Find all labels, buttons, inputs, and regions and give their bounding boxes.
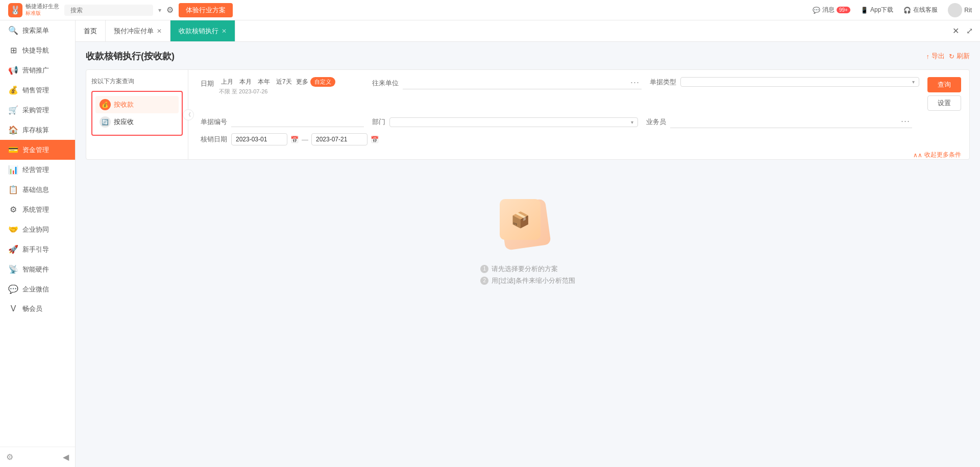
- collapse-more-button[interactable]: ∧∧ 收起更多条件: [913, 151, 961, 159]
- sidebar-item-business[interactable]: 📊 经营管理: [0, 160, 75, 180]
- date-quick-buttons: 上月 本月 本年 近7天 更多 自定义: [219, 77, 335, 87]
- content-area: 首页 预付冲应付单 ✕ 收款核销执行 ✕ ✕ ⤢ 收款核销执行(按收款): [76, 20, 980, 467]
- billno-text-input[interactable]: [231, 117, 364, 127]
- brand-version: 标准版: [26, 10, 59, 17]
- sidebar-item-enterprise[interactable]: 🤝 企业协同: [0, 219, 75, 239]
- hint-text-1: 请先选择要分析的方案: [492, 263, 558, 275]
- inventory-icon: 🏠: [8, 125, 18, 135]
- sidebar-item-search-menu[interactable]: 🔍 搜索菜单: [0, 20, 75, 40]
- staff-input[interactable]: ···: [670, 116, 912, 128]
- export-icon: ↑: [926, 53, 930, 60]
- refresh-button[interactable]: ↻ 刷新: [949, 52, 970, 61]
- filter-collapse-button[interactable]: 《: [183, 109, 194, 120]
- hekodate-end[interactable]: [311, 133, 368, 145]
- service-button[interactable]: 🎧 在线客服: [903, 6, 938, 14]
- filter-row-2: 单据编号 部门 ▾: [201, 116, 961, 128]
- sidebar-label-guide: 新手引导: [22, 245, 49, 254]
- hekodate-cal-end[interactable]: 📅: [371, 136, 379, 143]
- date-last-7[interactable]: 近7天: [274, 77, 294, 87]
- receipt-option-icon: 💰: [100, 99, 111, 110]
- sales-icon: 💰: [8, 85, 18, 95]
- filter-option-receipt[interactable]: 💰 按收款: [95, 96, 179, 113]
- refresh-label: 刷新: [957, 52, 970, 61]
- date-prev-month[interactable]: 上月: [219, 77, 235, 87]
- billno-input[interactable]: [231, 117, 364, 127]
- hint-num-2: 2: [480, 277, 488, 285]
- date-this-month[interactable]: 本月: [237, 77, 254, 87]
- hekodate-start[interactable]: [231, 133, 287, 145]
- sidebar-item-quick-nav[interactable]: ⊞ 快捷导航: [0, 40, 75, 60]
- sidebar-item-purchase[interactable]: 🛒 采购管理: [0, 100, 75, 120]
- tab-prepay[interactable]: 预付冲应付单 ✕: [106, 20, 170, 41]
- message-button[interactable]: 💬 消息 99+: [813, 6, 850, 14]
- tab-receipt-close[interactable]: ✕: [222, 28, 227, 35]
- empty-state: 📦 1 请先选择要分析的方案 2 用[过滤]条件来缩小分析范围: [86, 166, 970, 302]
- sidebar-label-marketing: 营销推广: [22, 66, 49, 75]
- top-bar: 🐰 畅捷通好生意 标准版 ▾ ⚙ 体验行业方案 💬 消息 99+ 📱 App下载…: [0, 0, 980, 20]
- brand-name: 畅捷通好生意: [26, 3, 59, 10]
- finance-icon: 💳: [8, 145, 18, 155]
- top-bar-right: 💬 消息 99+ 📱 App下载 🎧 在线客服 Rit: [813, 3, 972, 17]
- filter-staff-field: 业务员 ···: [646, 116, 912, 128]
- date-unlimited: 不限 至 2023-07-26: [219, 88, 335, 95]
- search-chevron-icon[interactable]: ▾: [158, 7, 161, 14]
- sidebar-item-basic[interactable]: 📋 基础信息: [0, 180, 75, 200]
- industry-button[interactable]: 体验行业方案: [179, 3, 233, 17]
- sidebar-settings-icon[interactable]: ⚙: [6, 452, 13, 462]
- brand-icon: 🐰: [8, 3, 22, 17]
- refresh-icon: ↻: [949, 53, 954, 60]
- tab-receipt[interactable]: 收款核销执行 ✕: [170, 20, 235, 41]
- window-close-button[interactable]: ✕: [950, 24, 961, 38]
- filter-scheme-title: 按以下方案查询: [91, 77, 183, 86]
- sidebar-item-marketing[interactable]: 📢 营销推广: [0, 60, 75, 80]
- partner-input[interactable]: ···: [403, 77, 642, 89]
- sidebar-collapse-icon[interactable]: ◀: [63, 452, 69, 462]
- billtype-select[interactable]: ▾: [680, 77, 919, 87]
- sidebar-item-sales[interactable]: 💰 销售管理: [0, 80, 75, 100]
- filter-option-receivable[interactable]: 🔄 按应收: [95, 113, 179, 131]
- date-custom[interactable]: 自定义: [310, 77, 335, 87]
- window-expand-button[interactable]: ⤢: [964, 24, 975, 38]
- filter-row-1: 日期 上月 本月 本年 近7天 更多 自定义 不限 至: [201, 77, 961, 111]
- sidebar-item-hardware[interactable]: 📡 智能硬件: [0, 259, 75, 279]
- sidebar-label-member: 畅会员: [22, 304, 42, 313]
- receipt-option-label: 按收款: [114, 100, 134, 109]
- billtype-chevron: ▾: [912, 79, 915, 85]
- tab-prepay-close[interactable]: ✕: [157, 28, 162, 35]
- empty-hint-2: 2 用[过滤]条件来缩小分析范围: [480, 275, 575, 286]
- hint-num-1: 1: [480, 265, 488, 273]
- sidebar-bottom: ⚙ ◀: [0, 447, 75, 467]
- empty-box-front: 📦: [500, 199, 541, 240]
- export-button[interactable]: ↑ 导出: [926, 52, 945, 61]
- date-more-btn[interactable]: 更多: [296, 78, 308, 86]
- system-icon: ⚙: [8, 205, 18, 214]
- tab-home[interactable]: 首页: [76, 20, 106, 41]
- sidebar-label-finance: 资金管理: [22, 145, 49, 155]
- sidebar-label-purchase: 采购管理: [22, 106, 49, 115]
- dept-select[interactable]: ▾: [389, 117, 638, 127]
- staff-dots-icon[interactable]: ···: [899, 116, 912, 127]
- sidebar-label-system: 系统管理: [22, 205, 49, 214]
- sidebar-item-wechat[interactable]: 💬 企业微信: [0, 279, 75, 299]
- query-button[interactable]: 查询: [927, 77, 961, 92]
- guide-icon: 🚀: [8, 244, 18, 254]
- date-this-year[interactable]: 本年: [256, 77, 272, 87]
- search-input[interactable]: [64, 5, 153, 16]
- filter-billtype-field: 单据类型 ▾: [650, 77, 919, 87]
- settings-button[interactable]: ⚙: [166, 5, 174, 15]
- hekodate-cal-start[interactable]: 📅: [290, 136, 299, 143]
- sidebar-label-basic: 基础信息: [22, 185, 49, 194]
- sidebar-item-guide[interactable]: 🚀 新手引导: [0, 239, 75, 259]
- search-menu-icon: 🔍: [8, 26, 18, 35]
- partner-dots-icon[interactable]: ···: [628, 77, 642, 88]
- app-download-button[interactable]: 📱 App下载: [861, 6, 893, 14]
- sidebar-item-member[interactable]: V 畅会员: [0, 299, 75, 318]
- user-profile[interactable]: Rit: [948, 3, 972, 17]
- collapse-more-label: 收起更多条件: [924, 151, 961, 159]
- sidebar-item-system[interactable]: ⚙ 系统管理: [0, 200, 75, 219]
- sidebar-item-finance[interactable]: 💳 资金管理: [0, 140, 75, 160]
- tab-prepay-label: 预付冲应付单: [114, 27, 154, 36]
- app-label: App下载: [870, 6, 893, 14]
- setting-button[interactable]: 设置: [927, 95, 961, 111]
- sidebar-item-inventory[interactable]: 🏠 库存核算: [0, 120, 75, 140]
